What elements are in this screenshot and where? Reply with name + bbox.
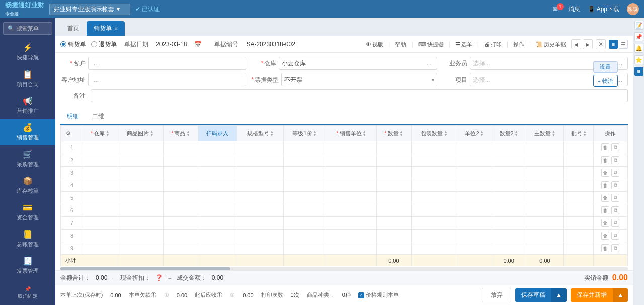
view-btn[interactable]: 👁 视版	[364, 40, 385, 49]
copy-row-btn[interactable]: ⧉	[611, 156, 619, 164]
remark-input[interactable]	[91, 89, 628, 102]
sidebar-item-purchase[interactable]: 🛒 采购管理	[0, 145, 55, 172]
help-icon[interactable]: ❓	[155, 274, 163, 281]
project-value: 选择...	[473, 75, 490, 84]
top-bar: 畅捷通好业财 专业版 好业财专业版演示帐套 ▾ ✔ 已认证 ✉ 1 消息 📱 A…	[0, 0, 644, 18]
right-tool-2[interactable]: 📌	[634, 32, 643, 41]
print-value: 0次	[291, 291, 299, 299]
sidebar-item-finance[interactable]: 💳 资金管理	[0, 199, 55, 225]
delete-row-btn[interactable]: 🗑	[601, 143, 609, 151]
delete-row-btn[interactable]: 🗑	[601, 232, 609, 240]
right-tools-panel: 📝 📌 🔔 ⭐ ≡	[633, 18, 644, 305]
content-area: 首页 销货单 × 销货单	[55, 18, 633, 305]
delete-row-btn[interactable]: 🗑	[601, 181, 609, 189]
warehouse-input[interactable]: 小云仓库 ...	[279, 57, 437, 70]
radio-sales[interactable]: 销货单	[60, 40, 86, 49]
sidebar-item-marketing[interactable]: 📢 营销推广	[0, 92, 55, 119]
price-rule-checkbox[interactable]: ✓ 价格规则本单	[358, 291, 399, 299]
copy-row-btn[interactable]: ⧉	[611, 181, 619, 189]
amount-value: 0.00	[96, 274, 107, 281]
save-draft-arrow-btn[interactable]: ▲	[551, 288, 567, 302]
user-profile[interactable]: 珠珠	[627, 3, 639, 15]
help-debt-icon[interactable]: ①	[164, 292, 169, 298]
sidebar-item-inventory[interactable]: 📦 库存核算	[0, 172, 55, 199]
gear-icon[interactable]: ⚙	[63, 128, 73, 138]
summary-row: 金额合计： 0.00 — 现金折扣： ❓ = 成交金额： 0.00 实销金额 0…	[60, 273, 628, 282]
sidebar-item-quick-nav[interactable]: ⚡ 快捷导航	[0, 39, 55, 65]
message-btn[interactable]: ✉ 1 消息	[553, 5, 580, 14]
right-tool-3[interactable]: 🔔	[634, 44, 643, 53]
print-label: 打印次数	[261, 291, 283, 299]
address-dots-btn[interactable]: ...	[91, 76, 101, 83]
save-draft-btn[interactable]: 保存草稿	[515, 288, 551, 302]
sidebar-item-sales[interactable]: 💰 销售管理	[0, 119, 55, 145]
print-btn[interactable]: 🖨 打印	[482, 40, 504, 49]
copy-row-btn[interactable]: ⧉	[611, 143, 619, 151]
help-btn[interactable]: 帮助	[393, 40, 408, 49]
list-view-btn[interactable]: ☰	[619, 40, 628, 49]
top-bar-right: ✉ 1 消息 📱 App下载 珠珠	[553, 3, 639, 15]
company-selector[interactable]: 好业财专业版演示帐套 ▾	[49, 4, 130, 15]
save-new-btn[interactable]: 保存并新增	[571, 288, 613, 302]
search-menu-btn[interactable]: 🔍 搜索菜单	[3, 22, 52, 35]
help-recv-icon[interactable]: ①	[230, 292, 235, 298]
delete-row-btn[interactable]: 🗑	[601, 169, 609, 177]
table-container[interactable]: ⚙ *仓库▲▼ 商品图片▲▼ *商品▲▼	[60, 125, 628, 266]
delete-row-btn[interactable]: 🗑	[601, 206, 609, 214]
last-amount-value: 0.00	[110, 292, 121, 298]
abandon-btn[interactable]: 放弃	[482, 288, 511, 302]
sub-tab-detail[interactable]: 明细	[60, 109, 86, 125]
copy-row-btn[interactable]: ⧉	[611, 194, 619, 202]
product-type-value: 0种	[342, 291, 351, 299]
copy-row-btn[interactable]: ⧉	[611, 232, 619, 240]
copy-row-btn[interactable]: ⧉	[611, 244, 619, 252]
operate-btn[interactable]: 操作	[511, 40, 526, 49]
actual-amount-display: 实销金额 0.00	[584, 273, 628, 282]
customer-dots-btn[interactable]: ...	[91, 60, 101, 67]
warehouse-dots-btn[interactable]: ...	[424, 60, 434, 67]
app-download-btn[interactable]: 📱 App下载	[588, 5, 619, 14]
tab-home[interactable]: 首页	[60, 21, 87, 36]
calendar-icon[interactable]: 📅	[194, 41, 202, 48]
delete-row-btn[interactable]: 🗑	[601, 244, 609, 252]
form-area: 销货单 退货单 单据日期 2023-03-18 📅 单据编号 SA-202303…	[55, 36, 633, 305]
sub-tab-two-dim[interactable]: 二维	[86, 109, 111, 124]
copy-row-btn[interactable]: ⧉	[611, 169, 619, 177]
delete-row-btn[interactable]: 🗑	[601, 156, 609, 164]
footer-right: 放弃 保存草稿 ▲ 保存并新增	[482, 288, 628, 302]
col-gear[interactable]: ⚙	[61, 126, 83, 141]
right-tool-1[interactable]: 📝	[634, 21, 643, 30]
invoice-select[interactable]: 不开票 ▾	[281, 73, 437, 86]
right-tool-5[interactable]: ≡	[634, 67, 643, 76]
settings-btn[interactable]: 设置	[593, 61, 618, 73]
tab-close-btn[interactable]: ×	[114, 25, 118, 32]
sidebar-item-accounting[interactable]: 📒 总账管理	[0, 225, 55, 252]
next-record-btn[interactable]: ▶	[583, 39, 593, 49]
delete-row-btn[interactable]: 🗑	[601, 194, 609, 202]
horizontal-scrollbar[interactable]	[60, 267, 628, 270]
shortcut-btn[interactable]: ⌨ 快捷键	[416, 40, 446, 49]
grid-view-btn[interactable]: ≡	[609, 40, 618, 49]
delete-row-btn[interactable]: 🗑	[601, 219, 609, 227]
save-new-arrow-btn[interactable]: ▲	[613, 288, 628, 302]
col-product: *商品▲▼	[164, 126, 198, 141]
add-logistics-btn[interactable]: + 物流	[593, 75, 618, 87]
history-btn[interactable]: 📜 历史单据	[534, 40, 568, 49]
select-btn[interactable]: ☰ 选单	[453, 40, 474, 49]
address-input[interactable]: ...	[88, 73, 246, 86]
prev-record-btn[interactable]: ◀	[571, 39, 581, 49]
cancel-fixed-btn[interactable]: 📌 取消固定	[3, 284, 52, 302]
copy-row-btn[interactable]: ⧉	[611, 219, 619, 227]
tab-sales-order[interactable]: 销货单 ×	[87, 21, 125, 36]
col-pack-qty: 包装数量▲▼	[411, 126, 457, 141]
col-price1: 等级1价▲▼	[283, 126, 326, 141]
close-form-btn[interactable]: ✕	[596, 39, 606, 49]
scroll-thumb[interactable]	[60, 267, 230, 270]
right-tool-4[interactable]: ⭐	[634, 55, 643, 64]
radio-return[interactable]: 退货单	[91, 40, 117, 49]
sidebar-item-invoice[interactable]: 🧾 发票管理	[0, 252, 55, 279]
copy-row-btn[interactable]: ⧉	[611, 206, 619, 214]
bill-date-value[interactable]: 2023-03-18	[156, 41, 187, 48]
customer-input[interactable]: ...	[88, 57, 246, 70]
sidebar-item-project-contract[interactable]: 📋 项目合同	[0, 65, 55, 92]
